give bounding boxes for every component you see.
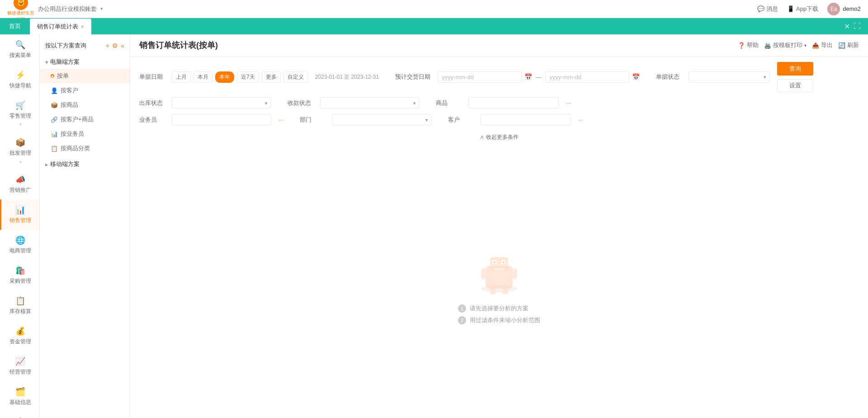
scheme-item-by-order[interactable]: ● 按单 [40,69,130,83]
scheme-item-by-product[interactable]: 📦 按商品 [40,98,130,112]
date-btn-custom[interactable]: 自定义 [283,71,308,83]
download-icon: 📱 [787,5,794,12]
svg-rect-11 [503,286,508,294]
scheme-section-mobile: ▸ 移动端方案 [40,157,130,171]
sidebar-item-operations[interactable]: 📈 经营管理 [0,351,39,381]
add-scheme-button[interactable]: + [106,42,109,49]
message-button[interactable]: 💬 消息 [757,5,778,13]
scheme-section-pc-header[interactable]: ▾ 电脑端方案 [40,55,130,69]
scheme-item-by-customer[interactable]: 👤 按客户 [40,83,130,98]
sidebar-item-system[interactable]: ⚙️ 系统管理 [0,412,39,418]
help-button[interactable]: ❓ 帮助 [738,41,759,49]
ship-status-select-wrap [172,97,271,109]
retail-icon: 🛒 [15,100,25,110]
sidebar-item-inventory[interactable]: 📋 库存核算 [0,290,39,321]
sidebar-item-search-menu[interactable]: 🔍 搜索菜单 [0,34,39,65]
topbar-right: 💬 消息 📱 App下载 Ea demo2 [757,3,861,15]
expected-date-from[interactable] [438,71,522,83]
inventory-icon: 📋 [15,296,25,306]
scheme-item-label: 按客户 [61,86,78,95]
tab-sales-stats[interactable]: 销售订单统计表 × [30,19,91,35]
scheme-item-by-customer-product[interactable]: 🔗 按客户+商品 [40,112,130,127]
salesperson-input[interactable] [172,114,271,125]
scheme-section-mobile-header[interactable]: ▸ 移动端方案 [40,157,130,171]
svg-rect-9 [513,268,517,280]
customer-input[interactable] [481,114,571,125]
scheme-item-label: 按业务员 [61,130,84,138]
date-separator: — [536,74,542,81]
app-title-dropdown-icon[interactable]: ▾ [100,6,103,12]
window-close-icon[interactable]: ✕ [844,22,850,31]
date-btn-this-month[interactable]: 本月 [193,71,212,83]
doc-status-select[interactable] [689,71,770,83]
sidebar-item-quick-nav[interactable]: ⚡ 快捷导航 [0,65,39,95]
page-title: 销售订单统计表(按单) [139,40,218,56]
scheme-item-by-category[interactable]: 📋 按商品分类 [40,141,130,156]
sidebar-item-purchase[interactable]: 🛍️ 采购管理 [0,260,39,290]
empty-robot-svg [472,243,526,298]
salesperson-icon: 📊 [51,131,58,138]
empty-illustration [472,243,526,299]
collapse-button[interactable]: ∧ 收起更多条件 [480,134,518,140]
scheme-section-pc: ▾ 电脑端方案 ● 按单 👤 按客户 📦 按商品 🔗 按客户+商品 [40,55,130,156]
chevron-up-icon: ▴ [19,159,22,164]
sidebar-item-wholesale[interactable]: 📦 批发管理 ▴ [0,132,39,169]
topbar: 🐱 畅捷通好生意 标版 办公用品行业模拟账套 ▾ 💬 消息 📱 App下载 Ea… [0,0,868,18]
svg-rect-7 [494,268,505,270]
sidebar-item-label: 基础信息 [9,399,31,406]
window-maximize-icon[interactable]: ⛶ [854,22,861,30]
settings-button[interactable]: 设置 [777,79,813,92]
customer-ellipsis-icon[interactable]: ··· [578,116,583,123]
hint-num-1: 1 [458,304,466,313]
department-select[interactable] [332,114,432,125]
settings-scheme-button[interactable]: ⚙ [112,42,118,49]
scheme-section-mobile-label: 移动端方案 [50,160,80,168]
tab-home[interactable]: 首页 [0,18,30,34]
collapse-bar: ∧ 收起更多条件 [139,131,859,144]
collapse-scheme-button[interactable]: « [121,42,124,49]
filter-area: 单据日期 上月 本月 本年 近7天 更多 自定义 2023-01-01 至 20… [130,57,868,149]
date-btn-last-month[interactable]: 上月 [172,71,191,83]
sidebar-item-retail[interactable]: 🛒 零售管理 ▾ [0,95,39,132]
chevron-down-icon: ▾ [45,59,48,66]
hint-text-1: 请先选择要分析的方案 [470,304,528,313]
print-button[interactable]: 🖨️ 按模板打印 ▾ [764,41,807,49]
sidebar-item-sales[interactable]: 📊 销售管理 [0,200,39,230]
expected-date-label: 预计交货日期 [395,73,430,81]
expected-date-range: 📅 — 📅 [438,71,640,83]
export-icon: 📤 [812,42,819,49]
date-filter-group: 上月 本月 本年 近7天 更多 自定义 [172,71,308,83]
username-label: demo2 [843,5,861,12]
query-button[interactable]: 查询 [777,62,813,76]
sidebar-item-label: 销售管理 [9,217,31,224]
app-download-button[interactable]: 📱 App下载 [787,5,818,13]
sidebar-item-label: 库存核算 [9,308,31,315]
ecommerce-icon: 🌐 [15,235,25,245]
search-menu-icon: 🔍 [15,40,25,50]
sidebar-item-label: 经营管理 [9,368,31,376]
product-ellipsis-icon[interactable]: ··· [566,100,571,106]
sidebar-item-finance[interactable]: 💰 资金管理 [0,321,39,351]
scheme-panel-title: 按以下方案查询 [45,42,86,50]
sidebar-item-marketing[interactable]: 📣 营销推广 [0,169,39,200]
refresh-button[interactable]: 🔄 刷新 [838,41,859,49]
product-input[interactable] [468,97,559,109]
user-area[interactable]: Ea demo2 [827,3,861,15]
sidebar-item-ecommerce[interactable]: 🌐 电商管理 [0,230,39,260]
tab-close-icon[interactable]: × [81,24,84,30]
date-btn-more[interactable]: 更多 [262,71,281,83]
empty-hints: 1 请先选择要分析的方案 2 用过滤条件来缩小分析范围 [458,304,540,324]
scheme-item-by-salesperson[interactable]: 📊 按业务员 [40,127,130,141]
date-btn-this-year[interactable]: 本年 [215,71,234,83]
salesperson-ellipsis-icon[interactable]: ··· [278,116,283,123]
date-btn-last-7days[interactable]: 近7天 [237,71,259,83]
page-header: 销售订单统计表(按单) ❓ 帮助 🖨️ 按模板打印 ▾ 📤 导出 [130,34,868,57]
export-button[interactable]: 📤 导出 [812,41,833,49]
payment-status-select[interactable] [320,97,420,109]
sidebar-item-basic-info[interactable]: 🗂️ 基础信息 [0,381,39,412]
chevron-up-icon: ∧ [480,134,484,140]
sidebar-item-label: 资金管理 [9,338,31,346]
expected-date-to[interactable] [545,71,629,83]
calendar-icon-from: 📅 [524,73,532,81]
ship-status-select[interactable] [172,97,271,109]
